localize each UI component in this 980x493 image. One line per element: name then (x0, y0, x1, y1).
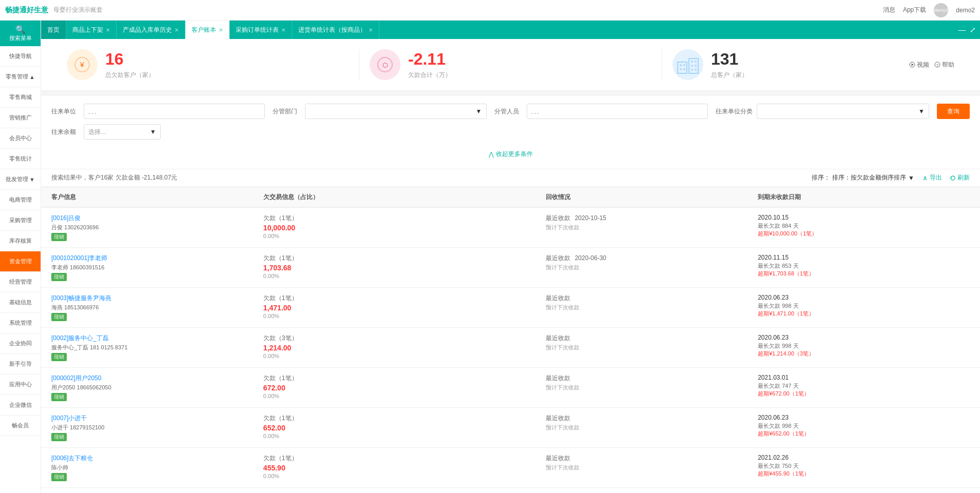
overdue-link-5[interactable]: 超期¥652.00（1笔） (758, 430, 970, 438)
balance-value: 选择... (88, 128, 106, 136)
sort-label: 排序： (812, 173, 830, 182)
debt-amount-3[interactable]: 1,214.00 (263, 344, 546, 352)
top-bar-left: 畅捷通好生意 母婴行业演示账套 (5, 6, 103, 15)
client-name-3[interactable]: [0002]服务中心_丁磊 (51, 334, 263, 343)
sidebar-item-quicknav[interactable]: 快捷导航 (0, 46, 41, 67)
svg-rect-7 (683, 64, 685, 66)
tab-home[interactable]: 首页 (41, 21, 66, 39)
overdue-date-4: 2021.03.01 (758, 374, 970, 381)
sidebar-search[interactable]: 🔍 搜索菜单 (0, 21, 41, 46)
source-unit-label: 往来单位 (51, 107, 80, 116)
cell-recover-1: 最近收款 2020-06-30 预计下次收款 (546, 254, 758, 281)
sidebar-item-retail-mall[interactable]: 零售商城 (0, 87, 41, 108)
client-name-6[interactable]: [0006]去下粮仓 (51, 454, 263, 463)
tab-purchase-order[interactable]: 采购订单统计表 ✕ (229, 21, 292, 39)
sidebar-item-wechat[interactable]: 企业微信 (0, 395, 41, 416)
tab-production-history-close[interactable]: ✕ (175, 27, 179, 33)
tab-purchase-order-close[interactable]: ✕ (281, 27, 285, 33)
quicknav-label: 快捷导航 (2, 52, 39, 60)
main-layout: 🔍 搜索菜单 快捷导航 零售管理 ▲ 零售商城 营销推广 会员中心 零售统计 批… (0, 21, 980, 493)
sort-value: 排序：按欠款金额倒序排序 (832, 173, 906, 182)
video-btn[interactable]: 视频 (909, 61, 929, 69)
debt-total-icon: ⬡ (370, 49, 400, 80)
overdue-link-0[interactable]: 超期¥10,000.00（1笔） (758, 230, 970, 238)
sidebar-item-biz-mgmt[interactable]: 经营管理 (0, 272, 41, 292)
brand-sub: 母婴行业演示账套 (53, 6, 103, 14)
tab-minimize-icon[interactable]: — (958, 26, 966, 34)
overdue-link-3[interactable]: 超期¥1,214.00（3笔） (758, 350, 970, 358)
sidebar-item-marketing[interactable]: 营销推广 (0, 108, 41, 128)
tab-customer-account[interactable]: 客户账本 ✕ (185, 21, 229, 39)
message-btn[interactable]: 消息 (883, 6, 895, 14)
sidebar-item-retail-mgmt[interactable]: 零售管理 ▲ (0, 67, 41, 87)
overdue-link-6[interactable]: 超期¥455.90（1笔） (758, 470, 970, 478)
sidebar-item-vip[interactable]: 畅会员 (0, 416, 41, 436)
inventory-label: 库存核算 (9, 238, 32, 244)
client-name-1[interactable]: [0001020001]李老师 (51, 254, 263, 263)
sort-select[interactable]: 排序： 排序：按欠款金额倒序排序 ▼ (812, 173, 914, 182)
sidebar-item-new-guide[interactable]: 新手引导 (0, 354, 41, 374)
unit-category-select[interactable]: ▼ (757, 104, 929, 119)
overdue-date-3: 2020.06.23 (758, 334, 970, 341)
client-tag-1: 现销 (51, 273, 67, 281)
sidebar-item-basic-info[interactable]: 基础信息 (0, 292, 41, 313)
app-download-btn[interactable]: App下载 (903, 6, 926, 14)
help-btn[interactable]: ? 帮助 (934, 61, 954, 69)
debt-amount-0[interactable]: 10,000.00 (263, 224, 546, 232)
client-name-5[interactable]: [0007]小进千 (51, 414, 263, 423)
sidebar-item-batch-mgmt[interactable]: 批发管理 ▼ (0, 169, 41, 190)
sidebar-item-enterprise[interactable]: 企业协同 (0, 333, 41, 354)
source-unit-input[interactable]: ... (84, 104, 265, 119)
help-icon: ? (934, 62, 940, 68)
cell-client-0: [0016]吕俊 吕俊 13026203696 现销 (51, 214, 263, 241)
balance-select[interactable]: 选择... ▼ (84, 124, 161, 140)
table-row: [0003]畅捷服务尹海燕 海燕 18513066976 现销 欠款（1笔） 1… (41, 288, 980, 328)
tab-product-shelf-close[interactable]: ✕ (106, 27, 110, 33)
overdue-date-2: 2020.06.23 (758, 294, 970, 301)
recover-next-1: 预计下次收款 (546, 264, 758, 271)
client-tag-5: 现销 (51, 433, 67, 441)
debt-amount-4[interactable]: 672.00 (263, 384, 546, 392)
sidebar-item-member[interactable]: 会员中心 (0, 128, 41, 149)
sidebar-item-sys-mgmt[interactable]: 系统管理 (0, 313, 41, 333)
client-name-0[interactable]: [0016]吕俊 (51, 214, 263, 223)
cell-overdue-6: 2021.02.26 最长欠款 750 天 超期¥455.90（1笔） (758, 454, 970, 481)
overdue-link-2[interactable]: 超期¥1,471.00（1笔） (758, 310, 970, 318)
dept-select[interactable]: ▼ (305, 104, 486, 119)
client-name-4[interactable]: [000002]用户2050 (51, 374, 263, 383)
search-button[interactable]: 查询 (937, 104, 970, 119)
person-input[interactable]: ... (527, 104, 708, 119)
export-btn[interactable]: 导出 (922, 173, 942, 182)
client-name-2[interactable]: [0003]畅捷服务尹海燕 (51, 294, 263, 303)
cell-recover-0: 最近收款 2020-10-15 预计下次收款 (546, 214, 758, 241)
refresh-label: 刷新 (957, 173, 970, 182)
stats-row: ¥ 16 总欠款客户（家） ⬡ (41, 39, 980, 91)
tab-product-shelf[interactable]: 商品上下架 ✕ (66, 21, 117, 39)
collapse-button[interactable]: ⋀ 收起更多条件 (51, 147, 970, 161)
user-avatar[interactable]: demo2 (934, 3, 948, 17)
tab-customer-account-close[interactable]: ✕ (219, 27, 223, 33)
tab-purchase-stats[interactable]: 进货单统计表（按商品） ✕ (292, 21, 379, 39)
sidebar-item-app-center[interactable]: 应用中心 (0, 374, 41, 395)
debt-amount-1[interactable]: 1,703.68 (263, 264, 546, 272)
recover-date-0: 2020-10-15 (575, 214, 606, 222)
tab-purchase-stats-close[interactable]: ✕ (369, 27, 373, 33)
debt-amount-6[interactable]: 455.90 (263, 464, 546, 472)
sidebar-item-retail-stats[interactable]: 零售统计 (0, 149, 41, 169)
stat-card-debtors: ¥ 16 总欠款客户（家） (56, 49, 359, 80)
overdue-link-4[interactable]: 超期¥672.00（1笔） (758, 390, 970, 398)
svg-text:?: ? (936, 63, 939, 68)
tab-maximize-icon[interactable]: ⤢ (970, 26, 976, 34)
sidebar-item-ecommerce[interactable]: 电商管理 (0, 190, 41, 210)
sidebar-item-inventory[interactable]: 库存核算 (0, 231, 41, 251)
debt-amount-5[interactable]: 652.00 (263, 424, 546, 432)
svg-rect-11 (695, 61, 697, 63)
debt-amount-2[interactable]: 1,471.00 (263, 304, 546, 312)
refresh-btn[interactable]: 刷新 (950, 173, 970, 182)
filter-dept: 分管部门 ▼ (273, 104, 486, 119)
client-tag-0: 现销 (51, 233, 67, 241)
sidebar-item-purchase[interactable]: 采购管理 (0, 210, 41, 231)
overdue-link-1[interactable]: 超期¥1,703.68（1笔） (758, 270, 970, 278)
tab-production-history[interactable]: 产成品入库单历史 ✕ (117, 21, 185, 39)
sidebar-item-finance[interactable]: 资金管理 (0, 251, 41, 272)
